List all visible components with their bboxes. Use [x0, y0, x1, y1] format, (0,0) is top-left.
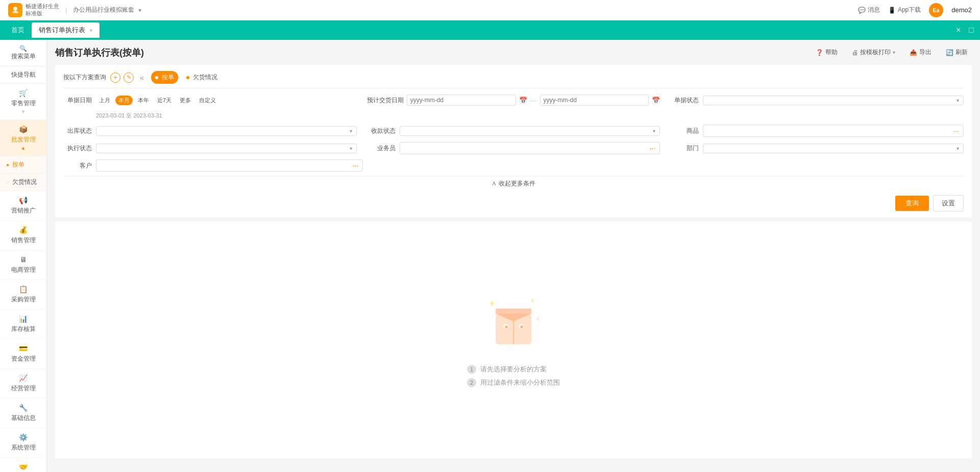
doc-status-select[interactable]: ▾: [703, 96, 964, 105]
enterprise-icon: 🤝: [19, 463, 28, 471]
receipt-status-arrow: ▾: [653, 128, 655, 134]
message-btn[interactable]: 💬 消息: [858, 6, 880, 14]
sidebar-item-wholesale[interactable]: 📦 批发管理 ▲: [0, 120, 46, 156]
sidebar-quick-nav[interactable]: 快捷导航: [0, 66, 46, 84]
avatar[interactable]: Ea: [929, 3, 943, 17]
add-scheme-btn[interactable]: +: [110, 73, 120, 83]
retail-icon: 🛒: [19, 89, 28, 97]
scheme-item-order[interactable]: 按单: [151, 71, 178, 84]
scheme-label: 按以下方案查询: [63, 73, 106, 82]
receipt-status-select[interactable]: ▾: [400, 126, 660, 136]
help-icon: ❓: [816, 49, 823, 56]
sub-order-dot: ●: [6, 162, 9, 168]
edit-scheme-btn[interactable]: ✎: [124, 73, 134, 83]
salesperson-dots[interactable]: ···: [650, 144, 656, 152]
goods-dots[interactable]: ···: [953, 127, 959, 135]
date-tab-7days[interactable]: 近7天: [154, 96, 175, 105]
help-btn[interactable]: ❓ 帮助: [812, 46, 842, 59]
goods-select[interactable]: ···: [703, 125, 964, 137]
sidebar-item-sales[interactable]: 💰 销售管理: [0, 221, 46, 250]
window-close-icon[interactable]: ×: [954, 23, 963, 37]
nav-right-icons: × □: [954, 23, 976, 37]
date-tab-more[interactable]: 更多: [177, 96, 194, 105]
ship-status-select[interactable]: ▾: [96, 126, 357, 136]
expected-date-cal-start[interactable]: 📅: [519, 97, 527, 104]
filter-expected-date: 预计交货日期 📅 — 📅: [367, 95, 660, 106]
customer-select[interactable]: ···: [96, 159, 363, 172]
sidebar-item-purchase[interactable]: 📋 采购管理: [0, 280, 46, 310]
page-title: 销售订单执行表(按单): [55, 46, 144, 59]
date-tab-lastmonth[interactable]: 上月: [96, 96, 113, 105]
sidebar-item-ecommerce[interactable]: 🖥 电商管理: [0, 250, 46, 280]
print-icon: 🖨: [852, 49, 858, 56]
date-tab-thismonth[interactable]: 本月: [115, 96, 133, 105]
logo-area: 畅捷通好生意 标准版: [8, 3, 59, 17]
salesperson-select[interactable]: ···: [400, 142, 660, 154]
query-btn[interactable]: 查询: [895, 196, 929, 211]
sidebar-item-basic[interactable]: 🔧 基础信息: [0, 398, 46, 428]
date-range-display: 2023-03-01 至 2023-03-31: [96, 111, 964, 120]
sidebar-item-retail[interactable]: 🛒 零售管理 ▼: [0, 84, 46, 120]
sidebar-item-inventory[interactable]: 📊 库存核算: [0, 310, 46, 339]
empty-state-container: 1 请先选择要分析的方案 2 用过滤条件来缩小分析范围: [55, 222, 972, 459]
doc-status-label: 单据状态: [670, 96, 699, 105]
scheme-actions: + ✎ «: [110, 73, 147, 83]
customer-dots[interactable]: ···: [353, 161, 359, 170]
breadcrumb-arrow[interactable]: ▾: [138, 7, 141, 14]
dept-arrow: ▾: [957, 146, 959, 151]
sidebar-search[interactable]: 🔍 搜索菜单: [0, 40, 46, 66]
header-right: 💬 消息 📱 App下载 Ea demo2: [858, 3, 972, 17]
sidebar-item-operation[interactable]: 📈 经营管理: [0, 369, 46, 398]
tab-close-icon[interactable]: ×: [89, 27, 92, 33]
sidebar-sub-debt[interactable]: ○ 欠货情况: [0, 174, 46, 191]
export-btn[interactable]: 📤 导出: [905, 46, 936, 59]
marketing-icon: 📢: [19, 196, 28, 204]
sidebar-sub-order[interactable]: ● 按单: [0, 156, 46, 174]
date-tab-custom[interactable]: 自定义: [196, 96, 219, 105]
tab-home[interactable]: 首页: [4, 22, 32, 38]
top-header: 畅捷通好生意 标准版 | 办公用品行业模拟账套 ▾ 💬 消息 📱 App下载 E…: [0, 0, 980, 20]
inventory-icon: 📊: [19, 315, 28, 323]
collapse-more-btn[interactable]: ∧ 收起更多条件: [63, 176, 964, 191]
scheme-debt-dot: [186, 76, 189, 79]
sidebar-item-finance[interactable]: 💳 资金管理: [0, 339, 46, 369]
empty-state: 1 请先选择要分析的方案 2 用过滤条件来缩小分析范围: [65, 252, 962, 428]
expected-date-end[interactable]: [540, 95, 649, 106]
window-max-icon[interactable]: □: [967, 23, 976, 37]
app-logo-text: 畅捷通好生意 标准版: [26, 3, 59, 16]
filter-doc-status: 单据状态 ▾: [670, 95, 964, 106]
refresh-btn[interactable]: 🔄 刷新: [942, 46, 972, 59]
collapse-scheme-btn[interactable]: «: [137, 73, 147, 83]
breadcrumb-text: 办公用品行业模拟账套: [73, 6, 134, 14]
content-area: 销售订单执行表(按单) ❓ 帮助 🖨 按模板打印 ▾ 📤 导出: [47, 40, 980, 472]
export-icon: 📤: [910, 49, 917, 56]
breadcrumb-separator: |: [65, 6, 67, 14]
scheme-item-debt[interactable]: 欠货情况: [182, 71, 222, 84]
hint-num-2: 2: [467, 378, 476, 387]
sidebar-item-enterprise[interactable]: 🤝 企业协同: [0, 458, 46, 472]
sidebar-item-marketing[interactable]: 📢 营销推广: [0, 191, 46, 221]
filter-row-3: 执行状态 ▾ 业务员 ···: [63, 142, 964, 154]
finance-icon: 💳: [19, 344, 28, 352]
receipt-status-label: 收款状态: [367, 127, 396, 135]
settings-btn[interactable]: 设置: [933, 195, 964, 211]
wholesale-icon: 📦: [19, 125, 28, 133]
print-btn[interactable]: 🖨 按模板打印 ▾: [848, 46, 899, 59]
filter-customer: 客户 ···: [63, 159, 363, 172]
svg-point-0: [13, 7, 17, 11]
sidebar-item-system[interactable]: ⚙️ 系统管理: [0, 428, 46, 458]
date-tab-thisyear[interactable]: 本年: [135, 96, 152, 105]
doc-status-arrow: ▾: [957, 98, 959, 103]
search-panel: 按以下方案查询 + ✎ « 按单: [55, 65, 972, 218]
empty-illustration: [483, 293, 544, 355]
expected-date-cal-end[interactable]: 📅: [652, 97, 660, 104]
app-download-btn[interactable]: 📱 App下载: [888, 6, 921, 14]
filter-dept: 部门 ▾: [670, 142, 964, 154]
exec-status-select[interactable]: ▾: [96, 144, 357, 153]
tab-sales-order[interactable]: 销售订单执行表 ×: [32, 22, 100, 38]
date-label: 单据日期: [63, 96, 92, 105]
expected-date-start[interactable]: [407, 95, 516, 106]
username-label: demo2: [951, 6, 972, 14]
dept-select[interactable]: ▾: [703, 144, 964, 153]
edit-icon: ✎: [127, 74, 131, 81]
